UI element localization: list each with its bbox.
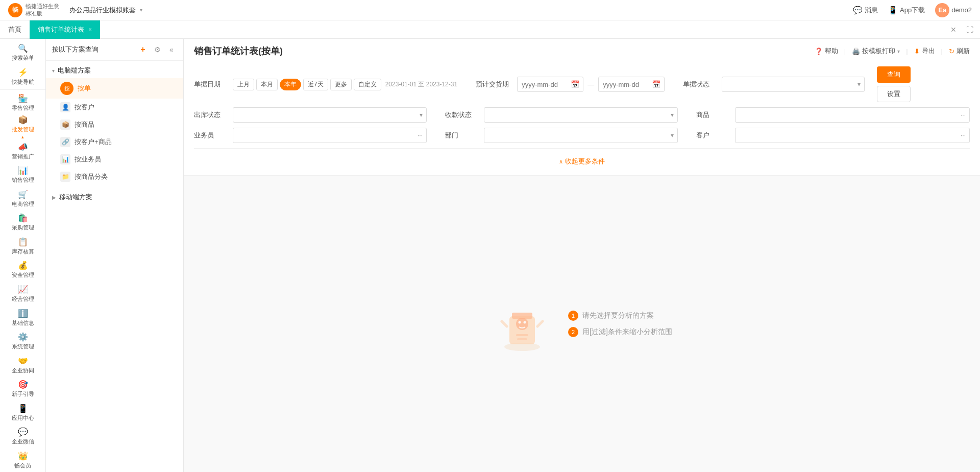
main-layout: 🔍 搜索菜单 ⚡ 快捷导航 🏪 零售管理 📦 批发管理 ▴ 📣 营销推广 📊 销… bbox=[0, 39, 980, 472]
collapse-panel-button[interactable]: « bbox=[166, 44, 177, 55]
empty-illustration bbox=[492, 293, 553, 355]
ship-status-select[interactable] bbox=[233, 107, 427, 123]
date-label: 单据日期 bbox=[194, 80, 225, 89]
btn-custom[interactable]: 自定义 bbox=[354, 79, 381, 90]
filter-settings-button[interactable]: 设置 bbox=[877, 86, 911, 102]
sidebar-item-operations[interactable]: 📈 经营管理 bbox=[0, 282, 45, 306]
marketing-icon: 📣 bbox=[18, 142, 28, 152]
user-profile[interactable]: E a demo2 bbox=[935, 3, 972, 17]
sales-icon: 📊 bbox=[18, 166, 28, 175]
refresh-button[interactable]: ↻ 刷新 bbox=[949, 46, 970, 56]
btn-last-month[interactable]: 上月 bbox=[233, 79, 254, 90]
scheme-by-customer-product[interactable]: 🔗 按客户+商品 bbox=[46, 133, 183, 151]
top-bar-dropdown[interactable]: ▾ bbox=[140, 7, 142, 13]
sidebar-item-quick-nav[interactable]: ⚡ 快捷导航 bbox=[0, 65, 45, 89]
scheme-by-order[interactable]: 按 按单 bbox=[46, 78, 183, 99]
sidebar-item-member[interactable]: 👑 畅会员 bbox=[0, 448, 45, 472]
btn-this-year[interactable]: 本年 bbox=[280, 79, 301, 90]
empty-state: 1 请先选择要分析的方案 2 用[过滤]条件来缩小分析范围 bbox=[184, 176, 980, 472]
app-download-button[interactable]: 📱 App下载 bbox=[888, 6, 925, 15]
query-button[interactable]: 查询 bbox=[877, 66, 911, 83]
sidebar-item-purchase[interactable]: 🛍️ 采购管理 bbox=[0, 210, 45, 234]
sidebar-item-enterprise-wx[interactable]: 💬 企业微信 bbox=[0, 424, 45, 449]
by-product-icon: 📦 bbox=[60, 120, 70, 130]
tab-close-icon[interactable]: × bbox=[88, 26, 92, 33]
scheme-by-customer[interactable]: 👤 按客户 bbox=[46, 99, 183, 116]
product-more-icon[interactable]: ··· bbox=[961, 111, 966, 119]
ship-status-field: ▾ bbox=[233, 107, 427, 123]
sidebar-item-wholesale[interactable]: 📦 批发管理 ▴ bbox=[0, 115, 45, 139]
sidebar-item-enterprise[interactable]: 🤝 企业协同 bbox=[0, 353, 45, 377]
customer-more-icon[interactable]: ··· bbox=[961, 132, 966, 139]
sidebar-item-sales[interactable]: 📊 销售管理 bbox=[0, 163, 45, 187]
scheme-by-salesperson[interactable]: 📊 按业务员 bbox=[46, 151, 183, 168]
payment-status-label: 收款状态 bbox=[445, 110, 476, 120]
enterprise-icon: 🤝 bbox=[18, 356, 28, 366]
tab-bar: 首页 销售订单统计表 × ✕ ⛶ bbox=[0, 20, 980, 39]
scheme-by-category[interactable]: 📁 按商品分类 bbox=[46, 168, 183, 185]
message-icon: 💬 bbox=[853, 6, 863, 15]
operations-icon: 📈 bbox=[18, 285, 28, 294]
filter-row-3: 业务员 ··· 部门 ▾ 客户 ··· bbox=[194, 128, 970, 143]
empty-state-content: 1 请先选择要分析的方案 2 用[过滤]条件来缩小分析范围 bbox=[492, 293, 672, 355]
window-close-button[interactable]: ✕ bbox=[947, 23, 960, 36]
customer-field: ··· bbox=[735, 128, 970, 143]
sidebar-item-system[interactable]: ⚙️ 系统管理 bbox=[0, 329, 45, 353]
pc-schemes-label: 电脑端方案 bbox=[58, 66, 91, 75]
download-icon: 📱 bbox=[888, 6, 898, 15]
sidebar-item-retail[interactable]: 🏪 零售管理 bbox=[0, 91, 45, 115]
message-button[interactable]: 💬 消息 bbox=[853, 6, 878, 15]
btn-more[interactable]: 更多 bbox=[330, 79, 352, 90]
help-button[interactable]: ❓ 帮助 bbox=[815, 46, 838, 56]
sidebar-item-finance[interactable]: 💰 资金管理 bbox=[0, 258, 45, 282]
top-bar-right: 💬 消息 📱 App下载 E a demo2 bbox=[853, 3, 972, 17]
page-header: 销售订单统计表(按单) ❓ 帮助 | 🖨️ 按模板打印 ▾ | ⬇ bbox=[184, 39, 980, 61]
system-icon: ⚙️ bbox=[18, 332, 28, 342]
customer-label: 客户 bbox=[696, 131, 727, 140]
logo-area: 畅 畅捷通好生意 标准版 bbox=[8, 3, 59, 17]
department-select[interactable] bbox=[484, 128, 678, 143]
print-dropdown-icon: ▾ bbox=[897, 49, 900, 54]
retail-icon: 🏪 bbox=[18, 93, 28, 103]
payment-status-select[interactable] bbox=[484, 107, 678, 123]
pc-schemes-header[interactable]: ▾ 电脑端方案 bbox=[46, 63, 183, 78]
page-title: 销售订单统计表(按单) bbox=[194, 45, 283, 57]
sidebar-item-basic[interactable]: ℹ️ 基础信息 bbox=[0, 305, 45, 329]
right-panel: 销售订单统计表(按单) ❓ 帮助 | 🖨️ 按模板打印 ▾ | ⬇ bbox=[184, 39, 980, 472]
scheme-settings-button[interactable]: ⚙ bbox=[152, 44, 163, 55]
calendar-end-icon: 📅 bbox=[652, 80, 660, 88]
sidebar-item-inventory[interactable]: 📋 库存核算 bbox=[0, 234, 45, 258]
mobile-schemes-header[interactable]: ▶ 移动端方案 bbox=[46, 190, 183, 205]
template-print-button[interactable]: 🖨️ 按模板打印 ▾ bbox=[852, 46, 900, 56]
svg-line-8 bbox=[502, 321, 507, 326]
product-input[interactable] bbox=[735, 107, 970, 123]
sidebar-item-ecommerce[interactable]: 🛒 电商管理 bbox=[0, 187, 45, 211]
tab-order-stats[interactable]: 销售订单统计表 × bbox=[30, 20, 100, 39]
window-maximize-button[interactable]: ⛶ bbox=[964, 23, 976, 36]
page-header-actions: ❓ 帮助 | 🖨️ 按模板打印 ▾ | ⬇ 导出 | bbox=[815, 46, 970, 56]
add-scheme-button[interactable]: + bbox=[137, 44, 149, 55]
tab-home[interactable]: 首页 bbox=[0, 20, 30, 39]
doc-status-select[interactable] bbox=[722, 77, 865, 92]
btn-last-7[interactable]: 近7天 bbox=[303, 79, 328, 90]
add-icon: + bbox=[140, 45, 145, 54]
export-button[interactable]: ⬇ 导出 bbox=[914, 46, 935, 56]
refresh-icon: ↻ bbox=[949, 48, 954, 55]
btn-this-month[interactable]: 本月 bbox=[256, 79, 278, 90]
salesperson-more-icon[interactable]: ··· bbox=[418, 132, 423, 139]
left-panel-title: 按以下方案查询 bbox=[52, 45, 99, 54]
tip-num-1: 1 bbox=[568, 311, 578, 321]
sidebar-item-app-center[interactable]: 📱 应用中心 bbox=[0, 400, 45, 424]
sidebar-item-marketing[interactable]: 📣 营销推广 bbox=[0, 139, 45, 163]
filter-area: 单据日期 上月 本月 本年 近7天 更多 自定义 2023-01-01 至 20… bbox=[184, 61, 980, 176]
help-icon: ❓ bbox=[815, 48, 823, 55]
scheme-by-product[interactable]: 📦 按商品 bbox=[46, 116, 183, 133]
empty-tips: 1 请先选择要分析的方案 2 用[过滤]条件来缩小分析范围 bbox=[568, 311, 672, 337]
collapse-filters-button[interactable]: ∧ 收起更多条件 bbox=[555, 153, 609, 170]
svg-point-4 bbox=[519, 321, 521, 324]
salesperson-input[interactable] bbox=[233, 128, 427, 143]
by-salesperson-icon: 📊 bbox=[60, 154, 70, 164]
sidebar-item-newbie[interactable]: 🎯 新手引导 bbox=[0, 377, 45, 401]
sidebar-item-search-menu[interactable]: 🔍 搜索菜单 bbox=[0, 41, 45, 65]
customer-input[interactable] bbox=[735, 128, 970, 143]
